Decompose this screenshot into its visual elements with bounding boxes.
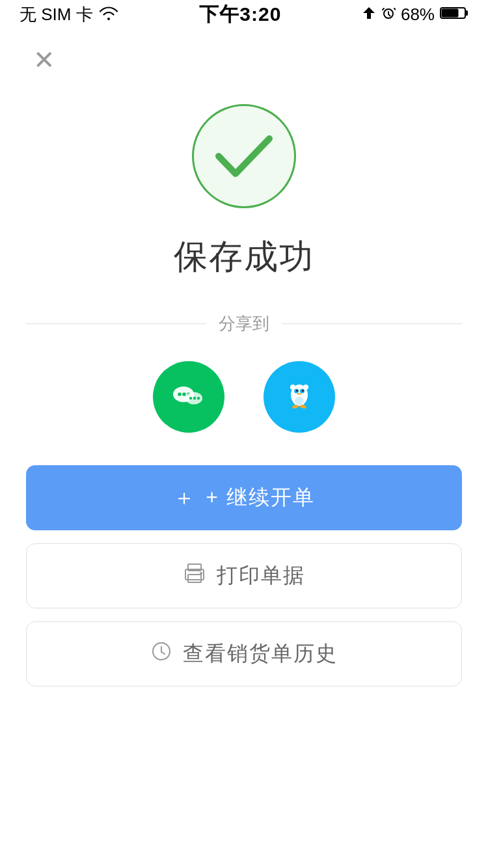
svg-point-5 <box>178 392 182 396</box>
share-label: 分享到 <box>206 312 282 335</box>
continue-label: + 继续开单 <box>206 483 315 512</box>
close-icon: ✕ <box>33 47 55 73</box>
print-button[interactable]: 打印单据 <box>26 543 462 608</box>
close-button-row: ✕ <box>26 42 462 78</box>
action-buttons: ＋ + 继续开单 打印单据 查看销货单历 <box>26 465 462 686</box>
status-time: 下午3:20 <box>199 1 281 28</box>
close-button[interactable]: ✕ <box>26 42 62 78</box>
svg-point-10 <box>193 397 196 400</box>
svg-point-17 <box>302 390 305 392</box>
qq-icon <box>280 378 318 416</box>
history-icon <box>150 640 172 668</box>
svg-point-28 <box>200 572 202 575</box>
success-title: 保存成功 <box>174 234 314 280</box>
print-label: 打印单据 <box>217 562 305 590</box>
continue-icon: ＋ <box>173 483 195 513</box>
battery-text: 68% <box>401 5 435 25</box>
main-content: ✕ 保存成功 分享到 <box>0 29 488 868</box>
history-label: 查看销货单历史 <box>183 640 338 668</box>
divider-right <box>282 323 462 324</box>
history-button[interactable]: 查看销货单历史 <box>26 621 462 686</box>
svg-rect-2 <box>465 10 468 16</box>
continue-button[interactable]: ＋ + 继续开单 <box>26 465 462 530</box>
svg-rect-27 <box>188 575 201 582</box>
alarm-icon <box>381 5 396 25</box>
battery-icon <box>440 5 468 25</box>
svg-point-24 <box>303 385 308 390</box>
print-icon <box>183 563 206 589</box>
svg-point-16 <box>296 390 299 392</box>
svg-rect-3 <box>441 8 458 17</box>
share-buttons <box>26 361 462 433</box>
divider-left <box>26 323 206 324</box>
svg-point-9 <box>189 397 192 400</box>
wechat-share-button[interactable] <box>153 361 224 433</box>
svg-point-6 <box>182 392 186 396</box>
status-left: 无 SIM 卡 <box>20 3 119 26</box>
status-bar: 无 SIM 卡 下午3:20 68% <box>0 0 488 29</box>
qq-share-button[interactable] <box>264 361 335 433</box>
success-circle <box>192 104 296 208</box>
wifi-icon <box>98 5 119 25</box>
svg-point-11 <box>197 397 200 400</box>
share-section: 分享到 <box>26 312 462 433</box>
location-icon <box>362 5 376 25</box>
status-right: 68% <box>362 5 468 25</box>
checkmark-icon <box>215 133 273 179</box>
success-icon-container <box>192 104 296 208</box>
wechat-icon <box>169 377 208 416</box>
sim-text: 无 SIM 卡 <box>20 3 93 26</box>
svg-point-20 <box>295 397 304 405</box>
svg-point-23 <box>290 385 295 390</box>
share-divider-row: 分享到 <box>26 312 462 335</box>
